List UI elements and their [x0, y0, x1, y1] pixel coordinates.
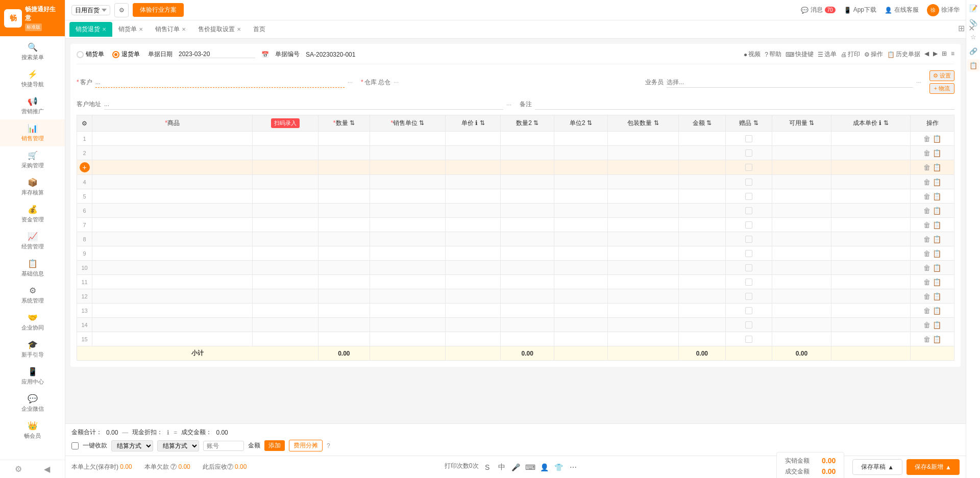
- qty-cell-7[interactable]: [318, 218, 370, 232]
- detail-view-icon[interactable]: ≡: [951, 50, 954, 59]
- customer-more-icon[interactable]: ···: [348, 79, 353, 86]
- sidebar-item-11[interactable]: 🎓新手引导: [0, 336, 65, 363]
- qty-cell-3[interactable]: [318, 160, 370, 175]
- copy-icon-5[interactable]: 📋: [933, 192, 941, 200]
- qty2-cell-1[interactable]: [501, 132, 554, 146]
- sidebar-item-6[interactable]: 💰资金管理: [0, 200, 65, 228]
- gift-cell-6[interactable]: [725, 204, 772, 218]
- category-select[interactable]: 日用百货: [71, 5, 110, 15]
- user-avatar[interactable]: 徐 徐泽华: [927, 4, 960, 16]
- copy-icon-14[interactable]: 📋: [933, 321, 941, 329]
- delete-icon-11[interactable]: 🗑: [923, 278, 930, 286]
- delete-icon-12[interactable]: 🗑: [923, 292, 930, 300]
- product-cell-14[interactable]: [92, 318, 253, 332]
- amount-cell-4[interactable]: [679, 175, 726, 189]
- pkg-cell-6[interactable]: [607, 204, 678, 218]
- product-input-3[interactable]: [94, 164, 250, 171]
- copy-icon-3[interactable]: 📋: [933, 163, 941, 171]
- qty2-cell-3[interactable]: [501, 160, 554, 175]
- amount-cell-5[interactable]: [679, 189, 726, 204]
- col-scan[interactable]: 扫码录入: [253, 115, 318, 132]
- gift-checkbox-6[interactable]: [745, 207, 752, 214]
- copy-icon-6[interactable]: 📋: [933, 207, 941, 215]
- add-logistics-btn[interactable]: + 物流: [929, 83, 954, 94]
- price-cell-4[interactable]: [446, 175, 501, 189]
- unit2-cell-12[interactable]: [554, 289, 608, 304]
- unit2-cell-5[interactable]: [554, 189, 608, 204]
- pkg-cell-3[interactable]: [607, 160, 678, 175]
- cn-icon[interactable]: 中: [496, 462, 507, 473]
- copy-icon-2[interactable]: 📋: [933, 149, 941, 157]
- gift-checkbox-12[interactable]: [745, 293, 752, 300]
- product-cell-5[interactable]: [92, 189, 253, 204]
- copy-icon-1[interactable]: 📋: [933, 135, 941, 143]
- unit-cell-3[interactable]: [370, 160, 445, 175]
- qty-cell-11[interactable]: [318, 275, 370, 289]
- sidebar-item-13[interactable]: 💬企业微信: [0, 390, 65, 417]
- address-more-icon[interactable]: ···: [506, 101, 511, 108]
- collapse-icon[interactable]: ◀: [44, 464, 50, 474]
- unit2-cell-4[interactable]: [554, 175, 608, 189]
- radio-return[interactable]: 退货单: [112, 50, 140, 59]
- copy-icon-4[interactable]: 📋: [933, 178, 941, 186]
- delete-icon-13[interactable]: 🗑: [923, 307, 930, 315]
- delete-icon-2[interactable]: 🗑: [923, 149, 930, 157]
- price-cell-1[interactable]: [446, 132, 501, 146]
- product-cell-4[interactable]: [92, 175, 253, 189]
- scan-enter-btn[interactable]: 扫码录入: [271, 118, 300, 128]
- unit-cell-6[interactable]: [370, 204, 445, 218]
- amount-cell-8[interactable]: [679, 232, 726, 246]
- gift-checkbox-11[interactable]: [745, 279, 752, 286]
- qty-cell-10[interactable]: [318, 261, 370, 275]
- price-cell-10[interactable]: [446, 261, 501, 275]
- price-cell-7[interactable]: [446, 218, 501, 232]
- gift-checkbox-13[interactable]: [745, 307, 752, 314]
- price-cell-6[interactable]: [446, 204, 501, 218]
- gift-checkbox-3[interactable]: [745, 164, 752, 171]
- delete-icon-6[interactable]: 🗑: [923, 207, 930, 215]
- gift-checkbox-4[interactable]: [745, 179, 752, 186]
- sidebar-item-10[interactable]: 🤝企业协同: [0, 309, 65, 336]
- unit2-cell-13[interactable]: [554, 304, 608, 318]
- copy-icon-11[interactable]: 📋: [933, 278, 941, 286]
- amount-cell-14[interactable]: [679, 318, 726, 332]
- qty-cell-1[interactable]: [318, 132, 370, 146]
- expense-help-icon[interactable]: ?: [327, 442, 330, 449]
- tab-3[interactable]: 销货单✕: [112, 22, 149, 37]
- tab-close-1[interactable]: ✕: [237, 27, 241, 32]
- history-action[interactable]: 📋 历史单据: [887, 50, 920, 59]
- online-service-btn[interactable]: 👤 在线客服: [885, 6, 919, 14]
- tab-close-4[interactable]: ✕: [102, 27, 106, 32]
- pkg-cell-1[interactable]: [607, 132, 678, 146]
- product-cell-1[interactable]: [92, 132, 253, 146]
- gift-checkbox-8[interactable]: [745, 236, 752, 243]
- sidebar-item-8[interactable]: 📋基础信息: [0, 255, 65, 282]
- unit-cell-13[interactable]: [370, 304, 445, 318]
- message-btn[interactable]: 💬 消息 70: [801, 6, 836, 14]
- delete-icon-8[interactable]: 🗑: [923, 235, 930, 243]
- gift-cell-1[interactable]: [725, 132, 772, 146]
- qty-cell-6[interactable]: [318, 204, 370, 218]
- pkg-cell-13[interactable]: [607, 304, 678, 318]
- unit2-cell-15[interactable]: [554, 332, 608, 346]
- keyboard-icon[interactable]: ⌨: [525, 462, 536, 473]
- qty2-cell-4[interactable]: [501, 175, 554, 189]
- amount-cell-13[interactable]: [679, 304, 726, 318]
- gift-cell-3[interactable]: [725, 160, 772, 175]
- tab-2[interactable]: 销售订单✕: [149, 22, 192, 37]
- person-icon[interactable]: 👤: [539, 462, 550, 473]
- tool-active[interactable]: 📋: [967, 59, 979, 71]
- qty2-cell-13[interactable]: [501, 304, 554, 318]
- account-input[interactable]: [203, 441, 244, 451]
- pkg-cell-14[interactable]: [607, 318, 678, 332]
- gift-checkbox-10[interactable]: [745, 264, 752, 271]
- account-select[interactable]: 结算方式: [157, 440, 199, 451]
- unit-cell-1[interactable]: [370, 132, 445, 146]
- warehouse-more-icon[interactable]: ···: [394, 79, 399, 86]
- product-cell-10[interactable]: [92, 261, 253, 275]
- delete-icon-5[interactable]: 🗑: [923, 192, 930, 200]
- sidebar-item-0[interactable]: 🔍搜索菜单: [0, 38, 65, 65]
- date-input[interactable]: [179, 51, 255, 58]
- qty2-cell-11[interactable]: [501, 275, 554, 289]
- gift-cell-7[interactable]: [725, 218, 772, 232]
